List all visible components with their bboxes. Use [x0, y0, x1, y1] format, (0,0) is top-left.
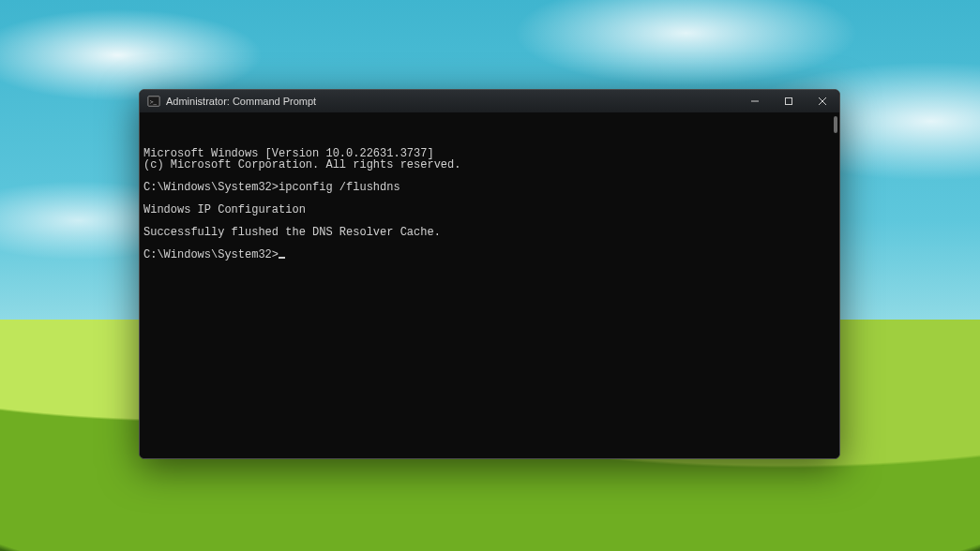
cmd-window: >_ Administrator: Command Prompt Microso…	[139, 89, 840, 459]
desktop-wallpaper: >_ Administrator: Command Prompt Microso…	[0, 0, 980, 551]
minimize-button[interactable]	[738, 90, 772, 112]
terminal-line: (c) Microsoft Corporation. All rights re…	[143, 159, 836, 171]
close-icon	[818, 97, 827, 106]
titlebar[interactable]: >_ Administrator: Command Prompt	[140, 90, 839, 112]
terminal-cursor	[279, 257, 285, 259]
terminal-line: Windows IP Configuration	[143, 204, 836, 216]
window-title: Administrator: Command Prompt	[166, 96, 316, 107]
cmd-icon: >_	[147, 95, 160, 108]
svg-text:>_: >_	[150, 98, 158, 106]
terminal-line: C:\Windows\System32>	[143, 249, 836, 261]
terminal-output[interactable]: Microsoft Windows [Version 10.0.22631.37…	[140, 112, 839, 458]
minimize-icon	[750, 97, 760, 106]
scrollbar-thumb[interactable]	[834, 116, 837, 133]
svg-rect-3	[786, 98, 792, 105]
maximize-button[interactable]	[772, 90, 806, 112]
terminal-line: C:\Windows\System32>ipconfig /flushdns	[143, 182, 836, 193]
terminal-line: Successfully flushed the DNS Resolver Ca…	[143, 227, 836, 238]
close-button[interactable]	[806, 90, 839, 112]
maximize-icon	[784, 97, 793, 106]
